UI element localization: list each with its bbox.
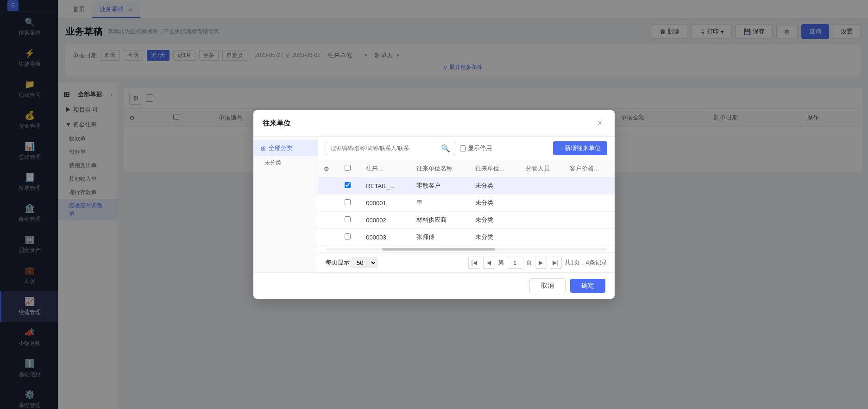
search-input[interactable]	[331, 145, 438, 151]
pagination: |◀ ◀ 第 页 ▶ ▶| 共1页，4条记录	[468, 257, 607, 269]
partner-col-category: 往来单位...	[470, 160, 520, 177]
row-settings	[318, 229, 339, 246]
cancel-button[interactable]: 取消	[529, 278, 566, 293]
row-category: 未分类	[470, 177, 520, 195]
table-row[interactable]: RETAIL_... 零散客户 未分类	[318, 177, 615, 195]
horizontal-scrollbar[interactable]	[326, 248, 607, 251]
dialog-nav-all-category[interactable]: ⊞ 全部分类	[253, 140, 318, 156]
partner-col-salesperson: 分管人员	[520, 160, 564, 177]
partner-col-price: 客户价格...	[564, 160, 615, 177]
row-checkbox[interactable]	[339, 229, 360, 246]
dialog-right: 🔍 显示停用 + 新增往来单位 ⚙	[318, 137, 615, 272]
per-page-dropdown[interactable]: 50 100	[352, 258, 377, 268]
next-page-button[interactable]: ▶	[535, 257, 547, 269]
row-name: 甲	[411, 195, 470, 212]
dialog-toolbar: 🔍 显示停用 + 新增往来单位	[318, 137, 615, 160]
table-row[interactable]: 000002 材料供应商 未分类	[318, 212, 615, 229]
dialog-nav-unclassified[interactable]: 未分类	[253, 156, 318, 170]
partner-col-checkbox	[339, 160, 360, 177]
row-name: 零散客户	[411, 177, 470, 195]
row-settings	[318, 177, 339, 195]
search-input-wrapper[interactable]: 🔍	[326, 142, 455, 155]
row-name: 材料供应商	[411, 212, 470, 229]
row-category: 未分类	[470, 212, 520, 229]
row-code: 000003	[360, 229, 410, 246]
row-settings	[318, 212, 339, 229]
row-name: 张师傅	[411, 229, 470, 246]
per-page-select[interactable]: 每页显示 50 100	[326, 258, 377, 268]
row-settings	[318, 195, 339, 212]
row-category: 未分类	[470, 195, 520, 212]
grid-category-icon: ⊞	[261, 145, 266, 152]
partner-table: ⚙ 往来... 往来单位名称 往来单位... 分管人员 客户价格...	[318, 160, 615, 246]
row-checkbox[interactable]	[339, 195, 360, 212]
row-price	[564, 212, 615, 229]
row-salesperson	[520, 229, 564, 246]
row-checkbox[interactable]	[339, 177, 360, 195]
row-checkbox[interactable]	[339, 212, 360, 229]
partner-col-settings: ⚙	[318, 160, 339, 177]
row-price	[564, 177, 615, 195]
show-disabled-checkbox[interactable]	[460, 145, 466, 151]
dialog-actions: 取消 确定	[253, 272, 615, 299]
add-partner-button[interactable]: + 新增往来单位	[553, 141, 607, 155]
dialog-table-wrap: ⚙ 往来... 往来单位名称 往来单位... 分管人员 客户价格...	[318, 160, 615, 246]
partner-col-code: 往来...	[360, 160, 410, 177]
dialog-body: ⊞ 全部分类 未分类 🔍 显示停用 + 新增往来单位	[253, 137, 615, 272]
prev-page-button[interactable]: ◀	[483, 257, 495, 269]
dialog-overlay[interactable]: 往来单位 × ⊞ 全部分类 未分类 🔍	[0, 0, 868, 409]
row-salesperson	[520, 212, 564, 229]
row-category: 未分类	[470, 229, 520, 246]
row-code: RETAIL_...	[360, 177, 410, 195]
total-records: 共1页，4条记录	[565, 258, 607, 267]
page-number-input[interactable]	[507, 257, 523, 269]
partner-col-name: 往来单位名称	[411, 160, 470, 177]
show-disabled-label[interactable]: 显示停用	[460, 144, 492, 152]
dialog-left-nav: ⊞ 全部分类 未分类	[253, 137, 318, 272]
first-page-button[interactable]: |◀	[468, 257, 480, 269]
row-price	[564, 195, 615, 212]
search-icon: 🔍	[441, 144, 450, 153]
table-row[interactable]: 000001 甲 未分类	[318, 195, 615, 212]
confirm-button[interactable]: 确定	[570, 279, 605, 293]
row-salesperson	[520, 177, 564, 195]
scrollbar-thumb	[382, 248, 495, 251]
table-row[interactable]: 000003 张师傅 未分类	[318, 229, 615, 246]
dialog-footer-bar: 每页显示 50 100 |◀ ◀ 第 页 ▶ ▶| 共	[318, 252, 615, 272]
dialog-title: 往来单位	[263, 119, 290, 128]
row-salesperson	[520, 195, 564, 212]
row-code: 000002	[360, 212, 410, 229]
dialog-header: 往来单位 ×	[253, 110, 615, 137]
partner-dialog: 往来单位 × ⊞ 全部分类 未分类 🔍	[253, 110, 615, 299]
row-code: 000001	[360, 195, 410, 212]
row-price	[564, 229, 615, 246]
dialog-close-button[interactable]: ×	[594, 118, 605, 129]
last-page-button[interactable]: ▶|	[550, 257, 562, 269]
